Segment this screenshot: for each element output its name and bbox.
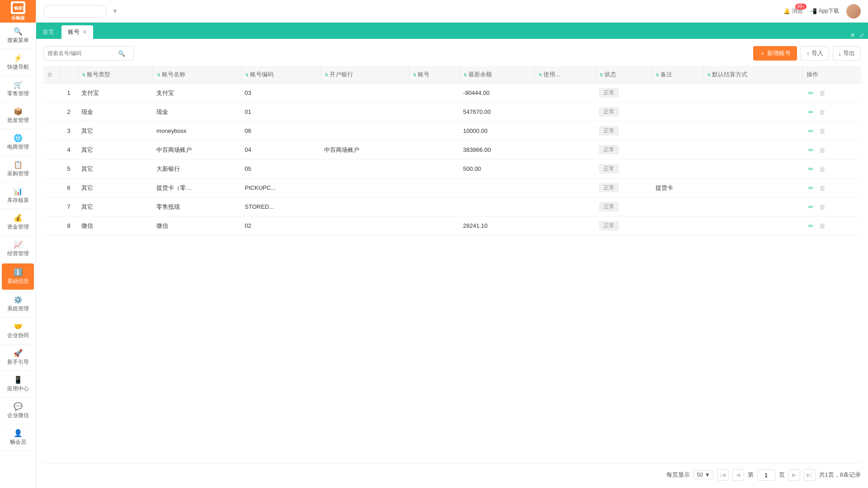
tab-home[interactable]: 首页 [36, 25, 61, 39]
sort-usage-icon[interactable]: ⇅ [538, 72, 542, 77]
row-settlement-cell [703, 141, 803, 160]
top-search-dropdown-icon[interactable]: ▼ [112, 8, 118, 14]
row-account-cell [409, 84, 459, 103]
row-usage-cell [534, 84, 595, 103]
row-code-cell: 03 [241, 84, 321, 103]
sidebar-item-operations[interactable]: 📈 经营管理 [0, 236, 36, 263]
import-button[interactable]: ↑ 导入 [801, 46, 829, 61]
sidebar-item-purchase[interactable]: 📋 采购管理 [0, 156, 36, 183]
row-num-cell: 4 [60, 141, 78, 160]
settings-icon[interactable]: ⚙ [47, 71, 52, 78]
sidebar-item-quicknav[interactable]: ⚡ 快捷导航 [0, 49, 36, 76]
export-label: 导出 [843, 49, 855, 57]
edit-button[interactable]: ✏ [807, 221, 816, 230]
tab-account[interactable]: 账号 ✕ [61, 25, 93, 39]
row-settings-cell [43, 141, 60, 160]
per-page-select[interactable]: 50 ▼ [693, 470, 713, 479]
sidebar-item-wholesale[interactable]: 📦 批发管理 [0, 103, 36, 129]
row-code-cell: STORED... [241, 197, 321, 216]
edit-button[interactable]: ✏ [807, 127, 816, 136]
sidebar-item-apps[interactable]: 📱 应用中心 [0, 371, 36, 398]
delete-button[interactable]: 🗑 [817, 221, 827, 230]
delete-button[interactable]: 🗑 [817, 108, 827, 117]
row-account-cell [409, 197, 459, 216]
row-account-cell [409, 160, 459, 178]
sort-balance-icon[interactable]: ⇅ [463, 72, 467, 77]
edit-button[interactable]: ✏ [807, 183, 816, 192]
page-label: 第 [748, 471, 754, 479]
sort-remark-icon[interactable]: ⇅ [656, 72, 659, 77]
app-download-button[interactable]: 📲 App下载 [810, 7, 839, 15]
row-balance-cell: 547670.00 [459, 103, 534, 122]
row-settlement-cell [703, 103, 803, 122]
sidebar-item-search[interactable]: 🔍 搜索菜单 [0, 23, 36, 49]
delete-button[interactable]: 🗑 [817, 89, 827, 98]
edit-button[interactable]: ✏ [807, 108, 816, 117]
sidebar-item-basicinfo[interactable]: ℹ️ 基础信息 [2, 263, 34, 290]
row-account-cell [409, 141, 459, 160]
search-menu-icon: 🔍 [2, 27, 34, 36]
page-last-button[interactable]: ▶| [804, 469, 816, 481]
sort-settlement-icon[interactable]: ⇅ [707, 72, 711, 77]
sidebar-item-member[interactable]: 👤 畅会员 [0, 424, 36, 451]
table-row: 7 其它 零售抵现 STORED... 正常 ✏ 🗑 [43, 197, 861, 216]
accounts-table: ⚙ ⇅账号类型 ⇅账号名称 ⇅账号编码 ⇅开户银行 [43, 66, 861, 235]
operations-icon: 📈 [2, 240, 34, 249]
row-settlement-cell [703, 160, 803, 178]
sidebar-item-finance[interactable]: 💰 资金管理 [0, 209, 36, 236]
page-first-button[interactable]: |◀ [717, 469, 729, 481]
sort-type-icon[interactable]: ⇅ [82, 72, 85, 77]
edit-button[interactable]: ✏ [807, 89, 816, 98]
row-ops-cell: ✏ 🗑 [803, 84, 861, 103]
sort-code-icon[interactable]: ⇅ [245, 72, 249, 77]
export-button[interactable]: ↓ 导出 [833, 46, 861, 61]
sidebar-item-guide-label: 新手引导 [7, 359, 29, 365]
sort-account-icon[interactable]: ⇅ [413, 72, 416, 77]
sidebar-item-collab[interactable]: 🤝 企业协同 [0, 318, 36, 344]
page-next-button[interactable]: ▶ [788, 469, 800, 481]
search-submit-icon[interactable]: 🔍 [118, 50, 125, 57]
row-num-cell: 6 [60, 178, 78, 197]
row-usage-cell [534, 103, 595, 122]
user-avatar[interactable] [846, 4, 861, 19]
collab-icon: 🤝 [2, 322, 34, 331]
row-status-cell: 正常 [595, 122, 652, 141]
top-search-input[interactable] [43, 5, 107, 18]
edit-button[interactable]: ✏ [807, 145, 816, 155]
row-type-cell: 现金 [78, 103, 153, 122]
tab-close-icon[interactable]: ✕ [82, 29, 87, 35]
tab-close-all-icon[interactable]: ✕ [850, 32, 855, 39]
page-prev-button[interactable]: ◀ [732, 469, 744, 481]
page-number-input[interactable] [757, 469, 775, 481]
row-remark-cell [652, 141, 703, 160]
delete-button[interactable]: 🗑 [817, 183, 827, 192]
tab-controls: ✕ ⤢ [850, 32, 868, 39]
table-row: 2 现金 现金 01 547670.00 正常 ✏ 🗑 [43, 103, 861, 122]
row-num-cell: 8 [60, 216, 78, 235]
delete-button[interactable]: 🗑 [817, 164, 827, 174]
sort-status-icon[interactable]: ⇅ [599, 72, 603, 77]
delete-button[interactable]: 🗑 [817, 145, 827, 155]
edit-button[interactable]: ✏ [807, 164, 816, 174]
notifications-button[interactable]: 🔔 消息 99+ [783, 7, 803, 15]
row-settings-cell [43, 216, 60, 235]
delete-button[interactable]: 🗑 [817, 202, 827, 211]
sidebar-item-corpwechat[interactable]: 💬 企业微信 [0, 398, 36, 424]
sort-name-icon[interactable]: ⇅ [157, 72, 160, 77]
sort-bank-icon[interactable]: ⇅ [325, 72, 328, 77]
sidebar-item-guide[interactable]: 🚀 新手引导 [0, 344, 36, 371]
sidebar-item-system[interactable]: ⚙️ 系统管理 [0, 291, 36, 318]
col-usage-header: ⇅使用... [534, 66, 595, 84]
sidebar-item-inventory[interactable]: 📊 库存核算 [0, 183, 36, 209]
delete-button[interactable]: 🗑 [817, 127, 827, 136]
row-usage-cell [534, 141, 595, 160]
sidebar-item-ecommerce[interactable]: 🌐 电商管理 [0, 129, 36, 156]
col-bank-header: ⇅开户银行 [321, 66, 409, 84]
tab-fullscreen-icon[interactable]: ⤢ [859, 32, 864, 39]
edit-button[interactable]: ✏ [807, 202, 816, 211]
sidebar-item-retail[interactable]: 🛒 零售管理 [0, 76, 36, 103]
row-remark-cell [652, 197, 703, 216]
search-input[interactable] [47, 50, 115, 56]
add-account-button[interactable]: ＋ 新增账号 [753, 46, 797, 61]
row-ops-cell: ✏ 🗑 [803, 197, 861, 216]
